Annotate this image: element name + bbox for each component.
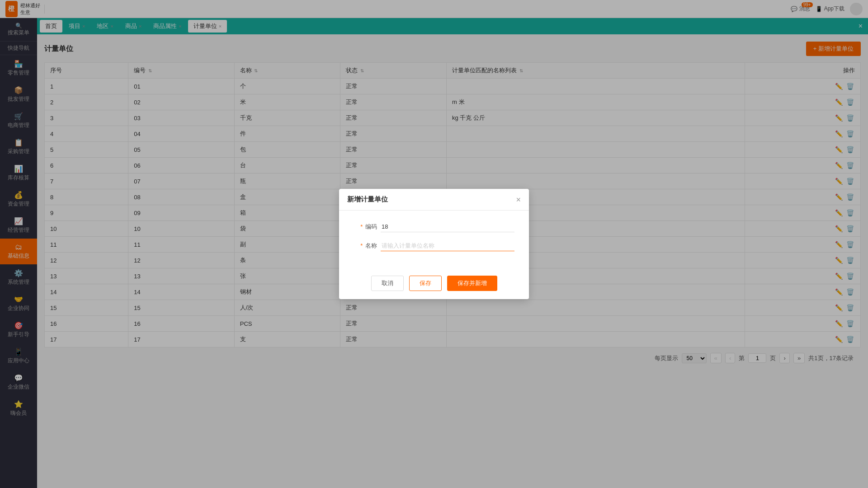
modal-header: 新增计量单位 × [339, 189, 529, 211]
add-unit-modal: 新增计量单位 × * 编码 * 名称 取消 保存 保存并新增 [339, 189, 529, 299]
form-row-name: * 名称 [354, 240, 514, 251]
required-star-code: * [360, 223, 363, 230]
modal-title: 新增计量单位 [347, 195, 388, 204]
cancel-button[interactable]: 取消 [371, 276, 404, 291]
save-new-button[interactable]: 保存并新增 [447, 276, 497, 291]
modal-body: * 编码 * 名称 [339, 211, 529, 270]
code-input[interactable] [381, 221, 514, 232]
name-input[interactable] [381, 240, 514, 251]
modal-close-button[interactable]: × [516, 196, 521, 204]
form-row-code: * 编码 [354, 221, 514, 232]
modal-footer: 取消 保存 保存并新增 [339, 270, 529, 299]
required-star-name: * [360, 242, 363, 249]
code-label: * 编码 [354, 223, 381, 231]
modal-overlay: 新增计量单位 × * 编码 * 名称 取消 保存 保存并新增 [0, 0, 868, 488]
save-button[interactable]: 保存 [409, 276, 442, 291]
name-label: * 名称 [354, 242, 381, 250]
